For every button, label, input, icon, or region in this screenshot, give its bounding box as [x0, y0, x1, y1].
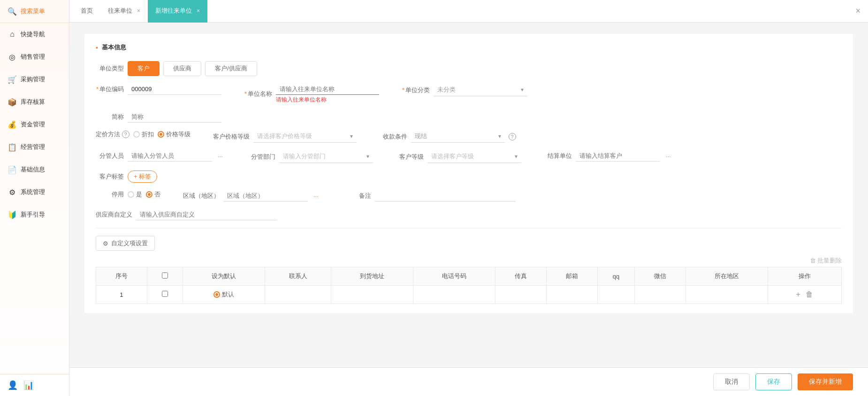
unit-type-label: 单位类型 [96, 64, 124, 73]
department-select[interactable]: 请输入分管部门 ▾ [279, 150, 373, 163]
contacts-table: 序号 设为默认 联系人 到货地址 电话号码 传真 邮箱 qq 微信 所在地区 操… [96, 267, 842, 304]
remarks-group: 备注 [343, 190, 516, 202]
pricing-level-radio[interactable]: 价格等级 [158, 130, 190, 139]
supplier-custom-input[interactable] [136, 209, 277, 220]
pricing-method-group: 定价方法 ? 折扣 价格等级 [96, 130, 190, 139]
section-title: ▪ 基本信息 [96, 43, 842, 52]
sidebar-item-sales[interactable]: ◎ 销售管理 [0, 46, 69, 68]
cell-action: + 🗑 [768, 286, 841, 304]
th-address: 到货地址 [331, 267, 413, 286]
search-icon: 🔍 [8, 7, 17, 16]
tab-contact-units[interactable]: 往来单位 × [100, 0, 148, 23]
region-group: 区域（地区） ··· [183, 190, 320, 202]
form-card: ▪ 基本信息 单位类型 客户 供应商 客户/供应商 *单位编码 [84, 34, 853, 313]
remarks-label: 备注 [343, 192, 371, 200]
cell-seq: 1 [96, 286, 147, 304]
payment-terms-select[interactable]: 现结 ▾ [411, 130, 505, 143]
region-more-btn[interactable]: ··· [312, 193, 320, 200]
unit-type-supplier-btn[interactable]: 供应商 [163, 61, 201, 76]
cell-phone [413, 286, 495, 304]
close-window-button[interactable]: × [852, 6, 864, 16]
manager-input[interactable] [128, 150, 212, 162]
customer-level-select[interactable]: 请选择客户等级 ▾ [427, 150, 521, 163]
bottom-action-bar: 取消 保存 保存并新增 [69, 367, 868, 396]
cell-address [331, 286, 413, 304]
disabled-no-radio[interactable]: 否 [146, 190, 160, 199]
save-and-new-button[interactable]: 保存并新增 [798, 373, 853, 390]
th-contact: 联系人 [265, 267, 331, 286]
tab-bar: 首页 往来单位 × 新增往来单位 × × [69, 0, 868, 23]
user-icon[interactable]: 👤 [8, 380, 18, 390]
customer-price-level-select[interactable]: 请选择客户价格等级 ▾ [253, 130, 357, 143]
th-region: 所在地区 [686, 267, 768, 286]
table-header: 序号 设为默认 联系人 到货地址 电话号码 传真 邮箱 qq 微信 所在地区 操… [96, 267, 842, 286]
payment-terms-group: 收款条件 现结 ▾ ? [379, 130, 516, 143]
tags-row: 客户标签 + 标签 [96, 171, 842, 183]
th-qq: qq [597, 267, 635, 286]
unit-type-customer-btn[interactable]: 客户 [128, 61, 160, 76]
save-button[interactable]: 保存 [755, 373, 792, 390]
abbreviation-group: 简称 [96, 111, 221, 123]
guide-icon: 🔰 [8, 210, 17, 219]
pricing-level-circle [158, 131, 164, 138]
supplier-custom-label: 供应商自定义 [96, 210, 132, 219]
sidebar-search[interactable]: 🔍 搜索菜单 [0, 0, 69, 23]
settlement-unit-more-btn[interactable]: ··· [664, 153, 673, 160]
disabled-group: 停用 是 否 [96, 190, 160, 199]
unit-type-both-btn[interactable]: 客户/供应商 [205, 61, 257, 76]
pricing-method-help-icon[interactable]: ? [122, 131, 129, 138]
settlement-unit-group: 结算单位 ··· [544, 150, 673, 162]
batch-delete-icon: 🗑 [810, 257, 816, 264]
unit-code-input[interactable] [128, 84, 221, 95]
region-input[interactable] [223, 190, 308, 202]
batch-delete-label[interactable]: 批量删除 [817, 257, 842, 264]
sidebar-item-operations[interactable]: 📋 经营管理 [0, 136, 69, 158]
cancel-button[interactable]: 取消 [713, 373, 750, 390]
remarks-input[interactable] [375, 190, 516, 202]
sidebar-item-system[interactable]: ⚙ 系统管理 [0, 181, 69, 203]
select-all-checkbox[interactable] [162, 272, 168, 279]
manager-label: 分管人员 [96, 152, 124, 160]
settlement-unit-input[interactable] [576, 150, 660, 162]
cell-contact [265, 286, 331, 304]
set-default-radio[interactable]: 默认 [187, 290, 261, 299]
close-tab-contact-units[interactable]: × [137, 8, 140, 14]
form-divider [96, 228, 842, 228]
manager-more-btn[interactable]: ··· [216, 153, 225, 160]
table-row: 1 默认 [96, 286, 842, 304]
tab-new-contact-unit[interactable]: 新增往来单位 × [148, 0, 207, 23]
unit-name-input[interactable] [276, 84, 379, 95]
sidebar-item-inventory[interactable]: 📦 库存核算 [0, 91, 69, 113]
sidebar-search-label: 搜索菜单 [21, 7, 45, 16]
sidebar-item-finance[interactable]: 💰 资金管理 [0, 113, 69, 136]
delete-row-button[interactable]: 🗑 [804, 290, 815, 299]
row-checkbox[interactable] [162, 291, 168, 297]
sidebar-item-label: 经营管理 [21, 143, 45, 151]
add-row-button[interactable]: + [794, 290, 802, 299]
th-wechat: 微信 [635, 267, 686, 286]
pricing-discount-radio[interactable]: 折扣 [133, 130, 154, 139]
unit-category-select[interactable]: 未分类 ▾ [434, 84, 527, 96]
sidebar-item-basic-info[interactable]: 📄 基础信息 [0, 158, 69, 181]
th-fax: 传真 [495, 267, 546, 286]
settlement-unit-label: 结算单位 [544, 152, 572, 160]
payment-terms-help-icon[interactable]: ? [509, 133, 516, 140]
section-title-icon: ▪ [96, 44, 98, 51]
operations-icon: 📋 [8, 142, 17, 152]
disabled-yes-radio[interactable]: 是 [128, 190, 142, 199]
sidebar-item-guide[interactable]: 🔰 新手引导 [0, 203, 69, 226]
close-tab-new-contact-unit[interactable]: × [197, 8, 200, 14]
sidebar-item-quick-nav[interactable]: ⌂ 快捷导航 [0, 23, 69, 46]
tab-home[interactable]: 首页 [73, 0, 100, 23]
finance-icon: 💰 [8, 120, 17, 129]
disabled-row: 停用 是 否 区域（地区） ··· [96, 190, 842, 202]
cell-fax [495, 286, 546, 304]
disabled-yes-circle [128, 191, 134, 198]
custom-settings-button[interactable]: ⚙ 自定义项设置 [96, 236, 155, 251]
unit-name-group: *单位名称 请输入往来单位名称 [244, 84, 379, 104]
sidebar-item-purchase[interactable]: 🛒 采购管理 [0, 68, 69, 91]
supplier-custom-row: 供应商自定义 [96, 209, 842, 220]
abbreviation-input[interactable] [128, 111, 221, 123]
add-tag-button[interactable]: + 标签 [128, 171, 157, 183]
chart-icon[interactable]: 📊 [23, 380, 34, 390]
